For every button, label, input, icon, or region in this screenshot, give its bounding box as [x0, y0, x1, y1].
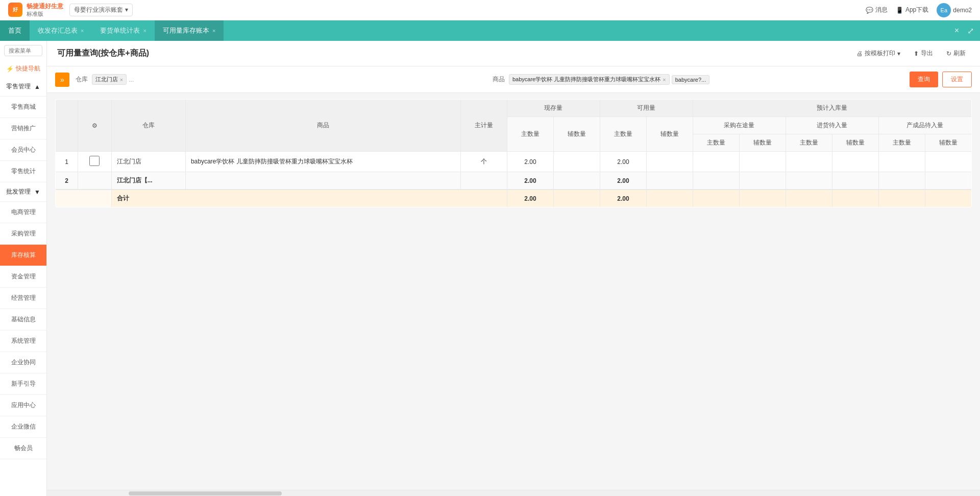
sidebar-item-inventory[interactable]: 库存核算 [0, 245, 46, 266]
maximize-button[interactable]: ⤢ [965, 24, 976, 38]
row2-stock-main: 2.00 [507, 172, 554, 190]
app-center-label: 应用中心 [11, 401, 36, 410]
col-stock-main: 主数量 [507, 117, 554, 152]
sidebar-item-app-center[interactable]: 应用中心 [0, 395, 46, 416]
close-available-stock-tab[interactable]: × [212, 28, 215, 34]
row2-checkbox[interactable] [78, 172, 111, 190]
main-layout: ⚡ 快捷导航 零售管理 ▲ 零售商城 营销推广 会员中心 零售统计 批发管理 ▼… [0, 41, 980, 496]
content-area: 可用量查询(按仓库+商品) 🖨 按模板打印 ▾ ⬆ 导出 ↻ 刷新 » [47, 41, 980, 496]
export-button[interactable]: ⬆ 导出 [910, 47, 937, 60]
close-order-stats-tab[interactable]: × [143, 28, 146, 34]
message-button[interactable]: 💬 消息 [866, 6, 888, 14]
warehouse-more[interactable]: ... [129, 76, 134, 83]
marketing-label: 营销推广 [11, 124, 36, 133]
sidebar-item-quick-nav[interactable]: ⚡ 快捷导航 [0, 60, 46, 77]
search-input[interactable] [4, 45, 42, 56]
sidebar-item-purchase-mgmt[interactable]: 采购管理 [0, 223, 46, 245]
row2-num: 2 [56, 172, 78, 190]
tab-receipt-summary[interactable]: 收发存汇总表 × [30, 20, 92, 41]
tab-available-stock[interactable]: 可用量库存账本 × [155, 20, 224, 41]
row1-check[interactable] [89, 156, 100, 166]
col-row-num [56, 100, 78, 152]
industry-selector[interactable]: 母婴行业演示账套 ▾ [69, 4, 133, 16]
total-purchase-aux [739, 190, 786, 207]
col-production-group: 产成品待入量 [878, 117, 971, 134]
sidebar-item-system[interactable]: 系统管理 [0, 330, 46, 352]
refresh-button[interactable]: ↻ 刷新 [942, 47, 970, 60]
sidebar-item-member-center[interactable]: 会员中心 [0, 139, 46, 161]
col-purchase-main: 主数量 [693, 134, 739, 152]
row2-warehouse: 江北门店【... [111, 172, 185, 190]
sidebar-item-operations[interactable]: 经营管理 [0, 288, 46, 309]
logo-text: 畅捷通好生意 标准版 [27, 3, 63, 18]
row1-checkbox[interactable] [78, 152, 111, 172]
row1-unit: 个 [461, 152, 507, 172]
row2-arrival-aux [832, 172, 878, 190]
new-guide-label: 新手引导 [11, 380, 36, 388]
row1-arrival-main [786, 152, 832, 172]
sidebar-item-ecommerce[interactable]: 电商管理 [0, 202, 46, 223]
tab-order-stats[interactable]: 要货单统计表 × [92, 20, 154, 41]
settings-button[interactable]: 设置 [942, 72, 972, 87]
inventory-table: ⚙ 仓库 商品 主计量 现存量 可用量 预计入库量 主数量 辅数量 主数量 辅数… [55, 99, 972, 207]
row2-unit [461, 172, 507, 190]
template-print-button[interactable]: 🖨 按模板打印 ▾ [852, 47, 904, 60]
sidebar-item-finance[interactable]: 资金管理 [0, 266, 46, 288]
table-row: 2 江北门店【... 2.00 2.00 [56, 172, 972, 190]
product-tag2-label: babycare?... [675, 77, 706, 83]
col-production-main: 主数量 [878, 134, 925, 152]
sidebar-item-new-guide[interactable]: 新手引导 [0, 373, 46, 395]
close-receipt-summary-tab[interactable]: × [81, 28, 84, 34]
col-available-group: 可用量 [600, 100, 693, 117]
export-label: 导出 [921, 49, 933, 58]
retail-stats-label: 零售统计 [11, 167, 36, 176]
top-bar: 好 畅捷通好生意 标准版 母婴行业演示账套 ▾ 💬 消息 📱 App下载 Ea … [0, 0, 980, 20]
sidebar-item-retail-mgmt[interactable]: 零售管理 ▲ [0, 77, 46, 97]
row1-stock-main: 2.00 [507, 152, 554, 172]
row2-purchase-aux [739, 172, 786, 190]
total-production-aux [925, 190, 971, 207]
app-download-button[interactable]: 📱 App下载 [896, 6, 928, 14]
ecommerce-label: 电商管理 [11, 208, 36, 217]
brand-name: 畅捷通好生意 [27, 3, 63, 11]
col-production-aux: 辅数量 [925, 134, 971, 152]
print-dropdown-icon: ▾ [897, 50, 900, 57]
tab-home[interactable]: 首页 [0, 20, 30, 41]
home-tab-label: 首页 [8, 26, 21, 35]
refresh-icon: ↻ [946, 50, 951, 57]
scrollbar-thumb[interactable] [129, 491, 282, 495]
sidebar-item-enterprise-wechat[interactable]: 企业微信 [0, 416, 46, 438]
row1-purchase-main [693, 152, 739, 172]
logo-area: 好 畅捷通好生意 标准版 [8, 3, 63, 18]
user-profile[interactable]: Ea demo2 [937, 3, 972, 17]
col-arrival-aux: 辅数量 [832, 134, 878, 152]
col-purchase-aux: 辅数量 [739, 134, 786, 152]
collapse-icon: ▼ [34, 188, 40, 196]
sidebar-item-member[interactable]: 畅会员 [0, 438, 46, 459]
remove-product-tag[interactable]: × [663, 77, 666, 83]
sidebar-item-enterprise[interactable]: 企业协同 [0, 352, 46, 373]
sidebar-item-retail-stats[interactable]: 零售统计 [0, 161, 46, 182]
sidebar-item-wholesale-mgmt[interactable]: 批发管理 ▼ [0, 182, 46, 202]
query-button[interactable]: 查询 [910, 72, 938, 87]
industry-label: 母婴行业演示账套 [74, 6, 123, 14]
total-label: 合计 [111, 190, 507, 207]
product-label: 商品 [493, 75, 505, 84]
refresh-label: 刷新 [953, 49, 966, 58]
sidebar-search-area [0, 41, 46, 60]
product-filter-group: 商品 babycare学饮杯 儿童防摔防撞吸管杯重力球吸嘴杯宝宝水杯 × bab… [493, 74, 903, 85]
remove-warehouse-tag[interactable]: × [120, 77, 123, 83]
horizontal-scrollbar[interactable] [47, 490, 980, 496]
total-stock-aux [553, 190, 600, 207]
sidebar-item-marketing[interactable]: 营销推广 [0, 118, 46, 139]
wholesale-mgmt-label: 批发管理 [6, 187, 31, 196]
row1-arrival-aux [832, 152, 878, 172]
retail-mgmt-label: 零售管理 [6, 82, 31, 91]
sidebar-item-basic-info[interactable]: 基础信息 [0, 309, 46, 330]
chevron-down-icon: ▾ [125, 6, 128, 13]
close-all-tabs-button[interactable]: × [952, 24, 961, 37]
filter-expand-button[interactable]: » [55, 73, 69, 87]
product-tag-babycare2: babycare?... [672, 75, 710, 84]
col-settings-icon[interactable]: ⚙ [78, 100, 111, 152]
sidebar-item-retail-mall[interactable]: 零售商城 [0, 97, 46, 118]
